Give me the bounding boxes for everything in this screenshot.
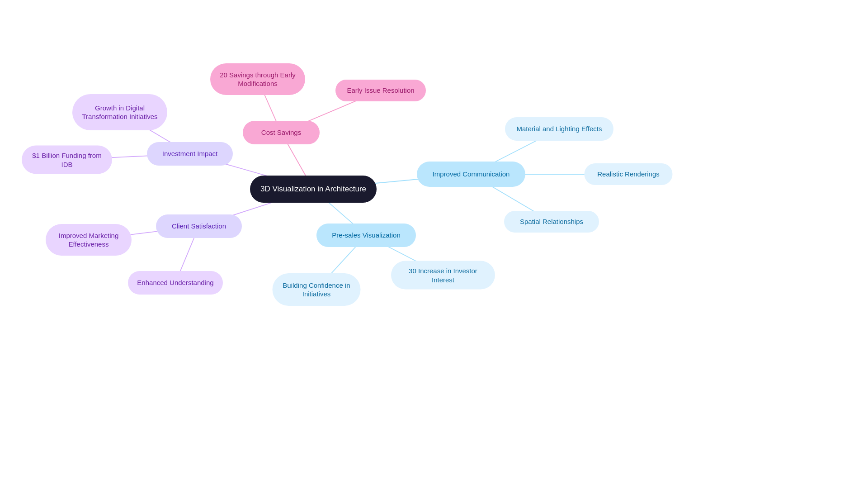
node-savings-early: 20 Savings through Early Modifications <box>210 63 305 95</box>
node-investor-interest: 30 Increase in Investor Interest <box>391 261 495 290</box>
node-improved-communication: Improved Communication <box>417 162 525 187</box>
node-early-issue: Early Issue Resolution <box>335 80 426 101</box>
node-client-satisfaction: Client Satisfaction <box>156 214 242 238</box>
node-improved-marketing: Improved Marketing Effectiveness <box>46 224 132 256</box>
node-center: 3D Visualization in Architecture <box>250 176 377 203</box>
node-cost-savings: Cost Savings <box>243 121 320 144</box>
node-building-confidence: Building Confidence in Initiatives <box>273 273 361 306</box>
node-spatial-relationships: Spatial Relationships <box>504 211 599 233</box>
node-investment-impact: Investment Impact <box>147 142 233 166</box>
node-realistic-renderings: Realistic Renderings <box>585 163 673 185</box>
node-material-lighting: Material and Lighting Effects <box>505 117 613 141</box>
node-enhanced-understanding: Enhanced Understanding <box>128 271 223 295</box>
mindmap-container: 3D Visualization in ArchitectureCost Sav… <box>0 0 868 490</box>
node-presales-visualization: Pre-sales Visualization <box>316 224 416 247</box>
node-digital-growth: Growth in Digital Transformation Initiat… <box>72 94 167 130</box>
node-billion-funding: $1 Billion Funding from IDB <box>22 146 112 174</box>
